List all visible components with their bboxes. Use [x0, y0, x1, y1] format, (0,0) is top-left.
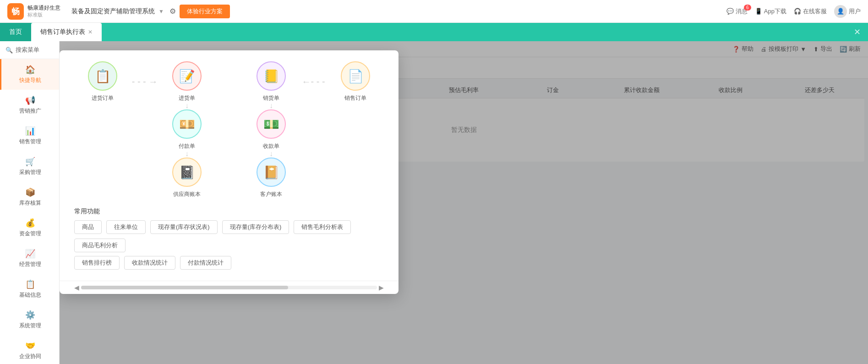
sidebar-item-system[interactable]: ⚙️ 系统管理 — [0, 304, 59, 335]
tab-sales-order[interactable]: 销售订单执行表 ✕ — [31, 23, 102, 41]
cf-btn-payment-stats[interactable]: 付款情况统计 — [180, 256, 231, 270]
flow-node-customer-ledger: 📔 客户账本 — [246, 158, 296, 198]
logo-area: 畅 畅康通好生意 标准版 — [7, 3, 67, 20]
arrow-left-1: ←- - - — [300, 76, 327, 87]
message-badge: 6 — [744, 5, 751, 11]
cf-btn-contacts[interactable]: 往来单位 — [106, 220, 146, 234]
finance-icon: 💰 — [25, 218, 35, 228]
flow-node-purchase-order: 📋 进货订单 — [78, 61, 127, 102]
cf-btn-stock-status[interactable]: 现存量(库存状况表) — [150, 220, 218, 234]
sidebar: 🔍 搜索菜单 🏠 快捷导航 📢 营销推广 📊 销售管理 🛒 采购管理 📦 库存核… — [0, 41, 60, 364]
common-functions-title: 常用功能 — [74, 207, 384, 216]
collaboration-icon: 🤝 — [25, 341, 35, 351]
tab-close-icon[interactable]: ✕ — [88, 29, 93, 35]
purchase-order-icon: 📋 — [88, 61, 117, 91]
arrow-down-1: ↓ — [158, 102, 215, 109]
popup-scrollbar-area: ◀ ▶ — [60, 281, 399, 294]
cf-btn-stock-dist[interactable]: 现存量(库存分布表) — [222, 220, 289, 234]
arrow-down-2: ↓ — [243, 102, 300, 109]
tab-bar-close-btn[interactable]: ✕ — [846, 27, 868, 37]
arrow-down-3: ↓ — [158, 150, 215, 158]
search-icon: 🔍 — [5, 47, 13, 54]
header-right: 💬 消息 6 📱 App下载 🎧 在线客服 👤 用户 — [726, 5, 861, 18]
flow-node-receipt: 💵 收款单 — [246, 109, 296, 150]
sidebar-item-inventory[interactable]: 📦 库存核算 — [0, 182, 59, 212]
customer-ledger-icon: 📔 — [257, 158, 286, 187]
purchase-order-label: 进货订单 — [92, 94, 114, 102]
settings-icon[interactable]: ⚙ — [169, 7, 176, 16]
inventory-icon: 📦 — [25, 187, 35, 197]
flow-node-payment: 💴 付款单 — [162, 109, 212, 150]
flow-node-supplier-ledger: 📓 供应商账本 — [162, 158, 212, 198]
sidebar-item-sales[interactable]: 📊 销售管理 — [0, 120, 59, 151]
purchase-icon: 🛒 — [25, 157, 35, 167]
common-functions: 常用功能 商品 往来单位 现存量(库存状况表) 现存量(库存分布表) 销售毛利分… — [60, 206, 399, 281]
message-btn[interactable]: 💬 消息 6 — [726, 7, 748, 16]
sales-bill-icon: 📒 — [257, 61, 286, 91]
receipt-icon: 💵 — [257, 109, 286, 139]
tab-home[interactable]: 首页 — [0, 23, 31, 41]
supplier-ledger-label: 供应商账本 — [173, 190, 201, 198]
user-avatar: 👤 — [834, 5, 847, 18]
sales-order-icon: 📄 — [341, 61, 370, 91]
sales-icon: 📊 — [25, 126, 35, 136]
app-download-btn[interactable]: 📱 App下载 — [755, 7, 786, 16]
logo-text: 畅康通好生意 标准版 — [27, 5, 60, 18]
tab-bar: 首页 销售订单执行表 ✕ ✕ — [0, 23, 868, 41]
purchase-bill-label: 进货单 — [179, 94, 195, 102]
system-icon: ⚙️ — [25, 310, 35, 320]
sidebar-item-purchase[interactable]: 🛒 采购管理 — [0, 151, 59, 182]
cf-btn-sales-profit[interactable]: 销售毛利分析表 — [294, 220, 351, 234]
main-layout: 🔍 搜索菜单 🏠 快捷导航 📢 营销推广 📊 销售管理 🛒 采购管理 📦 库存核… — [0, 41, 868, 364]
online-service-btn[interactable]: 🎧 在线客服 — [794, 7, 827, 16]
sidebar-item-quick-nav[interactable]: 🏠 快捷导航 — [0, 59, 59, 90]
flow-node-purchase-bill: 📝 进货单 — [162, 61, 212, 102]
sidebar-item-basic-info[interactable]: 📋 基础信息 — [0, 274, 59, 304]
phone-icon: 📱 — [755, 8, 762, 15]
content-area: ❓ 帮助 🖨 按模板打印 ▼ ⬆ 导出 🔄 刷新 yyyy-mm-dd 📅 — [60, 41, 868, 364]
service-icon: 🎧 — [794, 8, 801, 15]
search-menu-btn[interactable]: 🔍 搜索菜单 — [0, 41, 59, 59]
scrollbar-track[interactable] — [81, 286, 377, 289]
system-title-area: 装备及固定资产辅助管理系统 ▼ ⚙ 体验行业方案 — [67, 5, 726, 18]
scroll-left-btn[interactable]: ◀ — [74, 284, 79, 291]
supplier-ledger-icon: 📓 — [172, 158, 202, 187]
operations-icon: 📈 — [25, 249, 35, 259]
sidebar-item-finance[interactable]: 💰 资金管理 — [0, 212, 59, 243]
user-btn[interactable]: 👤 用户 — [834, 5, 861, 18]
cf-btn-product-profit[interactable]: 商品毛利分析 — [74, 239, 126, 252]
arrow-down-4: ↓ — [243, 150, 300, 158]
marketing-icon: 📢 — [25, 95, 35, 105]
sales-order-label: 销售订单 — [344, 94, 366, 102]
sidebar-item-operations[interactable]: 📈 经营管理 — [0, 243, 59, 274]
logo-icon: 畅 — [7, 3, 24, 20]
cf-btn-sales-rank[interactable]: 销售排行榜 — [74, 256, 120, 270]
scroll-right-btn[interactable]: ▶ — [379, 284, 384, 291]
system-title: 装备及固定资产辅助管理系统 — [71, 7, 155, 16]
flow-node-sales-order: 📄 销售订单 — [331, 61, 380, 102]
sidebar-item-collaboration[interactable]: 🤝 企业协同 — [0, 335, 59, 364]
cf-row-1: 商品 往来单位 现存量(库存状况表) 现存量(库存分布表) 销售毛利分析表 商品… — [74, 220, 384, 252]
basic-info-icon: 📋 — [25, 279, 35, 289]
cf-row-2: 销售排行榜 收款情况统计 付款情况统计 — [74, 256, 384, 270]
flow-node-sales-bill: 📒 销货单 — [246, 61, 296, 102]
top-header: 畅 畅康通好生意 标准版 装备及固定资产辅助管理系统 ▼ ⚙ 体验行业方案 💬 … — [0, 0, 868, 23]
experience-btn[interactable]: 体验行业方案 — [180, 5, 230, 18]
flow-diagram: 📋 进货订单 - - - → 📝 进货单 — [60, 50, 399, 206]
sales-bill-label: 销货单 — [263, 94, 279, 102]
dropdown-arrow-icon[interactable]: ▼ — [158, 8, 164, 15]
scrollbar-thumb — [81, 286, 288, 289]
home-icon: 🏠 — [25, 65, 35, 75]
arrow-right-1: - - - → — [131, 76, 158, 87]
popup-overlay[interactable]: 📋 进货订单 - - - → 📝 进货单 — [60, 41, 868, 364]
sidebar-item-marketing[interactable]: 📢 营销推广 — [0, 90, 59, 120]
payment-icon: 💴 — [172, 109, 202, 139]
receipt-label: 收款单 — [263, 142, 279, 150]
purchase-bill-icon: 📝 — [172, 61, 202, 91]
message-icon: 💬 — [726, 8, 734, 15]
popup-card: 📋 进货订单 - - - → 📝 进货单 — [60, 50, 399, 294]
cf-btn-product[interactable]: 商品 — [74, 220, 102, 234]
customer-ledger-label: 客户账本 — [260, 190, 282, 198]
cf-btn-receipt-stats[interactable]: 收款情况统计 — [124, 256, 175, 270]
payment-label: 付款单 — [179, 142, 195, 150]
